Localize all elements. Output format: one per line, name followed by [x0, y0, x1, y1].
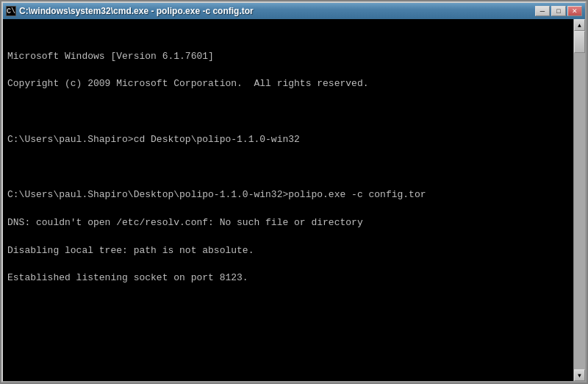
terminal-line: Copyright (c) 2009 Microsoft Corporation… — [7, 77, 569, 91]
terminal-line: C:\Users\paul.Shapiro\Desktop\polipo-1.1… — [7, 188, 569, 202]
scrollbar[interactable]: ▲ ▼ — [573, 19, 585, 381]
terminal-line: Disabling local tree: path is not absolu… — [7, 244, 569, 258]
terminal-line: Microsoft Windows [Version 6.1.7601] — [7, 50, 569, 64]
window-title: C:\windows\system32\cmd.exe - polipo.exe… — [19, 6, 254, 16]
terminal-line — [7, 160, 569, 174]
title-bar: C\ C:\windows\system32\cmd.exe - polipo.… — [3, 3, 585, 19]
terminal-line: C:\Users\paul.Shapiro>cd Desktop\polipo-… — [7, 133, 569, 147]
window-body: Microsoft Windows [Version 6.1.7601] Cop… — [3, 19, 585, 381]
terminal-output: Microsoft Windows [Version 6.1.7601] Cop… — [3, 19, 573, 381]
title-bar-left: C\ C:\windows\system32\cmd.exe - polipo.… — [6, 6, 254, 16]
terminal-text: Microsoft Windows [Version 6.1.7601] Cop… — [7, 50, 569, 285]
scroll-down-button[interactable]: ▼ — [574, 369, 585, 381]
title-bar-controls: ─ □ ✕ — [535, 6, 582, 16]
maximize-button[interactable]: □ — [551, 6, 566, 16]
cmd-window: C\ C:\windows\system32\cmd.exe - polipo.… — [1, 1, 587, 383]
close-button[interactable]: ✕ — [567, 6, 582, 16]
scrollbar-thumb[interactable] — [574, 31, 585, 53]
window-icon: C\ — [6, 6, 16, 16]
terminal-line: DNS: couldn't open /etc/resolv.conf: No … — [7, 216, 569, 230]
scroll-up-button[interactable]: ▲ — [574, 19, 585, 31]
terminal-line — [7, 105, 569, 119]
terminal-line: Established listening socket on port 812… — [7, 271, 569, 285]
minimize-button[interactable]: ─ — [535, 6, 550, 16]
scrollbar-track[interactable] — [574, 31, 585, 369]
